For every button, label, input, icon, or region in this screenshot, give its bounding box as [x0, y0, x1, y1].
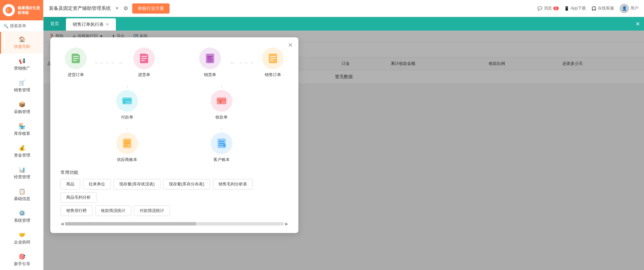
sidebar-item-quick[interactable]: 🏠 快捷导航 [0, 32, 43, 54]
logo-text: 畅康通好生意 标准版 [18, 5, 40, 15]
sidebar-item-system-label: 系统管理 [14, 218, 30, 223]
func-payment-stat[interactable]: 付款情况统计 [134, 205, 170, 216]
svg-point-0 [5, 7, 12, 14]
message-icon: 💬 [537, 6, 542, 11]
svg-rect-24 [217, 99, 226, 101]
tab-home[interactable]: 首页 [43, 17, 66, 31]
func-receipt-stat[interactable]: 收款情况统计 [95, 205, 131, 216]
cooperation-icon: 🤝 [19, 232, 25, 238]
arrow-h2: ← - - - [229, 59, 254, 67]
customer-ledger-label: 客户账本 [213, 157, 230, 163]
sidebar-item-cooperation[interactable]: 🤝 企业协同 [0, 228, 43, 249]
sidebar-logo: 6 畅康通好生意 标准版 [0, 0, 43, 20]
flow-purchase-bill[interactable]: 进货单 [133, 48, 155, 78]
sidebar-item-basic[interactable]: 📋 基础信息 [0, 184, 43, 206]
topbar-right: 💬 消息 6 📱 App下载 🎧 在线客服 👤 用户 [537, 4, 639, 13]
sidebar: 6 畅康通好生意 标准版 🔍 搜索菜单 🏠 快捷导航 📢 营销推广 🛒 销售管理 [0, 0, 43, 270]
purchase-order-circle [65, 48, 87, 69]
purchase-icon: 📦 [19, 101, 25, 108]
flow-diagram: 进货订单 - - - - → 进货单 [60, 48, 288, 163]
sidebar-item-newbie-label: 新手引导 [14, 261, 30, 267]
tab-close-icon[interactable]: ✕ [106, 22, 109, 27]
flow-purchase-order[interactable]: 进货订单 [65, 48, 87, 78]
arrow-h1: - - - - → [95, 59, 125, 67]
message-label: 消息 [544, 5, 552, 11]
func-product-margin[interactable]: 商品毛利分析 [60, 192, 97, 203]
user-item[interactable]: 👤 用户 [620, 4, 639, 13]
func-stock-status[interactable]: 现存量(库存状况表) [114, 179, 160, 190]
message-item[interactable]: 💬 消息 6 [537, 5, 559, 11]
svg-rect-14 [207, 60, 213, 62]
main-area: 装备及固定资产辅助管理系统 ▼ ⚙ 体验行业方案 💬 消息 6 📱 App下载 … [43, 0, 644, 270]
app-download-label: App下载 [571, 5, 586, 11]
modal-overlay: ✕ 进货订单 - - - - → [43, 31, 644, 270]
flow-payment[interactable]: ¥ 付款单 [116, 90, 138, 120]
tab-close-all[interactable]: ✕ [636, 21, 644, 27]
content-area: ❓ 帮助 🖨 按模板打印 ▼ ⬆ 导出 🔄 刷新 [43, 31, 644, 270]
phone-icon: 📱 [564, 6, 569, 11]
func-sales-margin[interactable]: 销售毛利分析表 [213, 179, 253, 190]
sidebar-item-operation[interactable]: 📊 经营管理 [0, 162, 43, 184]
logo-icon: 6 [3, 4, 15, 16]
system-icon: ⚙️ [19, 210, 25, 216]
svg-point-34 [223, 144, 226, 147]
app-download-item[interactable]: 📱 App下载 [564, 5, 586, 11]
flow-receipt[interactable]: ¥ 收款单 [211, 90, 232, 120]
func-btns-row2: 销售排行榜 收款情况统计 付款情况统计 [60, 205, 288, 216]
newbie-icon: 🎯 [19, 253, 25, 260]
func-counterpart[interactable]: 往来单位 [83, 179, 111, 190]
scroll-left-arrow[interactable]: ◀ [60, 221, 64, 226]
sidebar-search[interactable]: 🔍 搜索菜单 [0, 20, 43, 32]
finance-icon: 💰 [19, 145, 25, 151]
common-funcs: 常用功能 商品 往来单位 现存量(库存状况表) 现存量(库存分布表) 销售毛利分… [60, 169, 288, 216]
sales-order-label: 销售订单 [265, 72, 281, 78]
func-stock-dist[interactable]: 现存量(库存分布表) [163, 179, 210, 190]
message-badge: 6 [553, 6, 559, 10]
sidebar-item-finance-label: 资金管理 [14, 152, 30, 158]
flow-sales-order[interactable]: 销售订单 [262, 48, 284, 78]
flow-supplier-ledger[interactable]: 供应商账本 [116, 132, 138, 163]
search-label: 搜索菜单 [10, 23, 26, 29]
func-sales-rank[interactable]: 销售排行榜 [60, 205, 92, 216]
online-service-item[interactable]: 🎧 在线客服 [591, 5, 614, 11]
sales-icon: 🛒 [19, 79, 25, 86]
sidebar-item-system[interactable]: ⚙️ 系统管理 [0, 206, 43, 228]
sidebar-item-inventory[interactable]: 🏪 库存核算 [0, 119, 43, 141]
close-all-icon[interactable]: ✕ [636, 21, 640, 27]
sales-order-circle [262, 48, 284, 69]
flow-sales-bill[interactable]: 销货单 [199, 48, 221, 78]
svg-text:¥: ¥ [219, 100, 222, 104]
system-title: 装备及固定资产辅助管理系统 [49, 5, 111, 12]
svg-text:6: 6 [7, 8, 9, 12]
sidebar-item-sales-label: 销售管理 [14, 87, 30, 93]
sidebar-item-purchase[interactable]: 📦 采购管理 [0, 97, 43, 119]
experience-btn[interactable]: 体验行业方案 [132, 3, 170, 14]
search-icon: 🔍 [3, 24, 8, 29]
modal-close-btn[interactable]: ✕ [288, 41, 293, 49]
topbar: 装备及固定资产辅助管理系统 ▼ ⚙ 体验行业方案 💬 消息 6 📱 App下载 … [43, 0, 644, 17]
scrollbar-track[interactable] [65, 222, 284, 226]
svg-text:¥: ¥ [123, 101, 125, 104]
receipt-label: 收款单 [215, 114, 228, 120]
sidebar-item-finance[interactable]: 💰 资金管理 [0, 141, 43, 162]
scroll-right-arrow[interactable]: ▶ [285, 221, 288, 226]
supplier-ledger-label: 供应商账本 [117, 157, 137, 163]
func-product[interactable]: 商品 [60, 179, 80, 190]
basic-icon: 📋 [19, 188, 25, 195]
quick-icon: 🏠 [19, 36, 25, 42]
sidebar-item-sales[interactable]: 🛒 销售管理 [0, 75, 43, 97]
tab-sales-order-label: 销售订单执行表 [73, 21, 104, 28]
payment-label: 付款单 [121, 114, 133, 120]
purchase-order-label: 进货订单 [68, 72, 84, 78]
sidebar-item-newbie[interactable]: 🎯 新手引导 [0, 249, 43, 270]
flow-customer-ledger[interactable]: 客户账本 [211, 132, 232, 163]
tab-sales-order[interactable]: 销售订单执行表 ✕ [66, 18, 116, 31]
settings-icon[interactable]: ⚙ [123, 5, 128, 12]
dropdown-arrow-icon[interactable]: ▼ [115, 6, 119, 11]
sidebar-item-marketing[interactable]: 📢 营销推广 [0, 54, 43, 75]
modal-scrollbar-row: ◀ ▶ [60, 221, 288, 226]
operation-icon: 📊 [19, 166, 25, 173]
online-service-label: 在线客服 [598, 5, 614, 11]
service-icon: 🎧 [591, 6, 596, 11]
sidebar-item-inventory-label: 库存核算 [14, 131, 30, 137]
